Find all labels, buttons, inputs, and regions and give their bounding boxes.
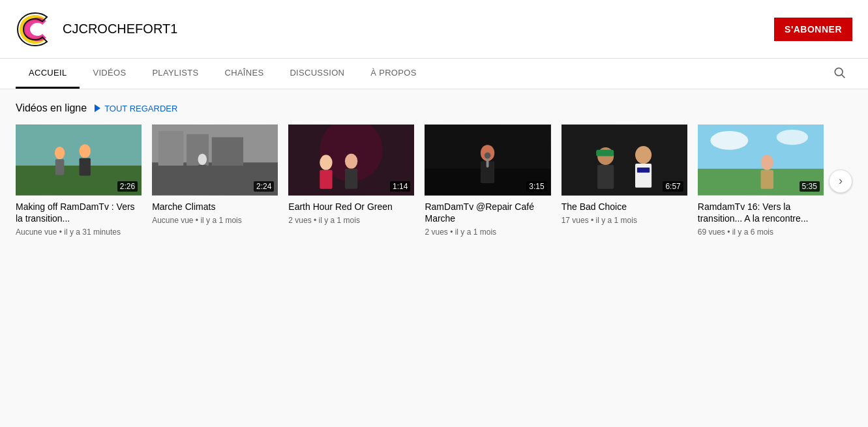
svg-rect-8 bbox=[80, 158, 91, 175]
svg-point-40 bbox=[710, 131, 748, 150]
main-content: Vidéos en ligne TOUT REGARDER bbox=[0, 89, 868, 251]
thumbnail-1: 2:26 bbox=[16, 125, 142, 196]
svg-rect-4 bbox=[16, 125, 142, 166]
tout-regarder-label: TOUT REGARDER bbox=[104, 104, 177, 113]
duration-2: 2:24 bbox=[254, 181, 274, 192]
tab-chaines[interactable]: CHAÎNES bbox=[212, 59, 277, 89]
video-title-1: Making off RamDamTv : Vers la transition… bbox=[16, 201, 142, 224]
play-icon bbox=[95, 104, 100, 112]
svg-point-7 bbox=[80, 144, 91, 158]
tab-playlists[interactable]: PLAYLISTS bbox=[139, 59, 211, 89]
video-card-2[interactable]: 2:24 Marche Climats Aucune vue • il y a … bbox=[152, 125, 278, 238]
svg-rect-12 bbox=[158, 131, 184, 166]
video-title-2: Marche Climats bbox=[152, 201, 278, 213]
tab-videos[interactable]: VIDÉOS bbox=[80, 59, 139, 89]
svg-point-20 bbox=[320, 155, 333, 170]
svg-line-1 bbox=[842, 74, 845, 78]
thumbnail-2: 2:24 bbox=[152, 125, 278, 196]
video-card-4[interactable]: 3:15 RamDamTv @Repair Café Marche 2 vues… bbox=[425, 125, 550, 238]
thumbnail-5: 6:57 bbox=[561, 125, 687, 196]
video-meta-1: Aucune vue • il y a 31 minutes bbox=[16, 227, 142, 238]
video-title-3: Earth Hour Red Or Green bbox=[288, 201, 414, 213]
duration-5: 6:57 bbox=[663, 181, 683, 192]
video-meta-4: 2 vues • il y a 1 mois bbox=[425, 227, 550, 238]
header: CJCROCHEFORT1 S'ABONNER bbox=[0, 0, 868, 59]
svg-rect-6 bbox=[55, 159, 65, 175]
video-meta-6: 69 vues • il y a 6 mois bbox=[698, 227, 824, 238]
channel-logo[interactable] bbox=[16, 10, 55, 49]
svg-point-29 bbox=[485, 153, 491, 159]
svg-point-22 bbox=[345, 154, 357, 169]
subscribe-button[interactable]: S'ABONNER bbox=[774, 18, 852, 41]
thumbnail-3: 1:14 bbox=[288, 125, 414, 196]
duration-6: 5:35 bbox=[800, 181, 820, 192]
video-card-5[interactable]: 6:57 The Bad Choice 17 vues • il y a 1 m… bbox=[561, 125, 687, 238]
svg-point-41 bbox=[777, 130, 808, 145]
section-header: Vidéos en ligne TOUT REGARDER bbox=[16, 102, 852, 114]
tout-regarder-button[interactable]: TOUT REGARDER bbox=[95, 104, 177, 113]
duration-4: 3:15 bbox=[526, 181, 546, 192]
svg-point-15 bbox=[198, 154, 207, 165]
chevron-right-icon: › bbox=[839, 174, 843, 188]
thumbnail-4: 3:15 bbox=[425, 125, 550, 196]
video-title-6: RamdamTv 16: Vers la transition... A la … bbox=[698, 201, 824, 224]
svg-rect-43 bbox=[760, 170, 773, 189]
tab-apropos[interactable]: À PROPOS bbox=[357, 59, 429, 89]
tab-accueil[interactable]: ACCUEIL bbox=[16, 59, 80, 89]
logo-area: CJCROCHEFORT1 bbox=[16, 10, 774, 49]
video-card-1[interactable]: 2:26 Making off RamDamTv : Vers la trans… bbox=[16, 125, 142, 238]
channel-name: CJCROCHEFORT1 bbox=[63, 22, 177, 37]
svg-rect-35 bbox=[635, 164, 651, 188]
search-icon[interactable] bbox=[826, 59, 852, 89]
svg-rect-16 bbox=[198, 165, 207, 179]
videos-grid: 2:26 Making off RamDamTv : Vers la trans… bbox=[16, 125, 824, 238]
navigation-tabs: ACCUEIL VIDÉOS PLAYLISTS CHAÎNES DISCUSS… bbox=[0, 59, 868, 89]
svg-point-42 bbox=[760, 155, 773, 170]
svg-point-0 bbox=[835, 68, 843, 76]
svg-rect-36 bbox=[637, 168, 650, 173]
video-title-4: RamDamTv @Repair Café Marche bbox=[425, 201, 550, 224]
videos-container: 2:26 Making off RamDamTv : Vers la trans… bbox=[16, 125, 852, 238]
video-card-6[interactable]: 5:35 RamdamTv 16: Vers la transition... … bbox=[698, 125, 824, 238]
video-meta-2: Aucune vue • il y a 1 mois bbox=[152, 215, 278, 226]
section-title: Vidéos en ligne bbox=[16, 102, 87, 114]
tab-discussion[interactable]: DISCUSSION bbox=[277, 59, 357, 89]
svg-rect-32 bbox=[596, 150, 614, 156]
svg-rect-33 bbox=[597, 165, 614, 189]
video-meta-3: 2 vues • il y a 1 mois bbox=[288, 215, 414, 226]
svg-rect-23 bbox=[345, 169, 357, 189]
svg-rect-21 bbox=[320, 170, 333, 189]
thumbnail-6: 5:35 bbox=[698, 125, 824, 196]
svg-point-34 bbox=[635, 146, 651, 164]
svg-rect-14 bbox=[212, 138, 243, 166]
video-card-3[interactable]: 1:14 Earth Hour Red Or Green 2 vues • il… bbox=[288, 125, 414, 238]
duration-1: 2:26 bbox=[117, 181, 138, 192]
svg-point-5 bbox=[55, 147, 65, 159]
next-arrow-button[interactable]: › bbox=[829, 169, 852, 193]
duration-3: 1:14 bbox=[390, 181, 410, 192]
video-meta-5: 17 vues • il y a 1 mois bbox=[561, 215, 687, 226]
video-title-5: The Bad Choice bbox=[561, 201, 687, 213]
